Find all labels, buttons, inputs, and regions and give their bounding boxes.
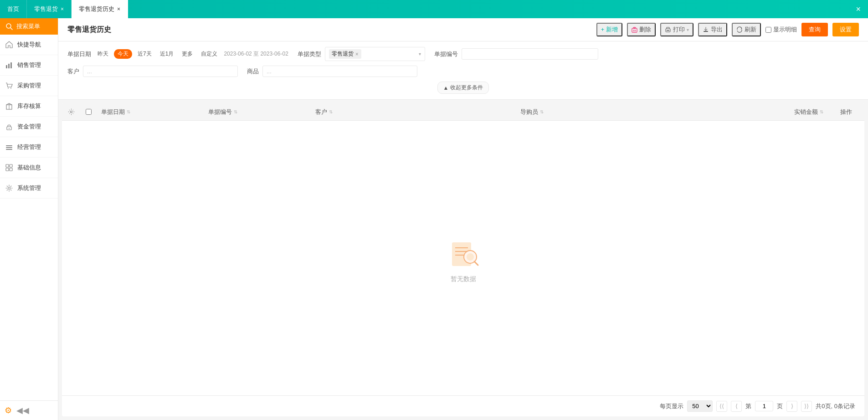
th-op-label: 操作 bbox=[840, 108, 852, 116]
sidebar-item-quick-nav[interactable]: 快捷导航 bbox=[0, 35, 58, 55]
tab-retail-return-close[interactable]: × bbox=[61, 6, 64, 12]
delete-button[interactable]: 删除 bbox=[627, 23, 656, 36]
th-checkbox[interactable] bbox=[80, 109, 97, 115]
doc-type-tag: 零售退货 × bbox=[329, 49, 361, 59]
svg-rect-12 bbox=[6, 147, 12, 148]
next-page-button[interactable]: ⟩ bbox=[786, 401, 797, 412]
collapse-label: 收起更多条件 bbox=[450, 84, 483, 92]
date-btn-7days[interactable]: 近7天 bbox=[135, 49, 154, 59]
page-size-label: 每页显示 bbox=[660, 402, 683, 410]
goods-placeholder: ... bbox=[267, 68, 272, 75]
sidebar-item-inventory-label: 库存核算 bbox=[17, 102, 41, 110]
doc-date-label: 单据日期 bbox=[67, 50, 91, 58]
print-dropdown-arrow: ▾ bbox=[687, 27, 689, 32]
chart-icon bbox=[5, 61, 14, 70]
th-docno[interactable]: 单据编号 ⇅ bbox=[204, 108, 311, 116]
doc-type-dropdown-arrow: ▾ bbox=[419, 51, 421, 56]
th-customer-sort-icon: ⇅ bbox=[329, 109, 333, 114]
customer-select[interactable]: ... bbox=[83, 66, 238, 77]
new-button[interactable]: + 新增 bbox=[596, 23, 622, 36]
tab-retail-return-history[interactable]: 零售退货历史 × bbox=[72, 0, 128, 18]
page-unit: 页 bbox=[777, 402, 783, 410]
delete-label: 删除 bbox=[639, 26, 651, 34]
tab-retail-return-history-close[interactable]: × bbox=[117, 6, 120, 12]
th-amount-label: 实销金额 bbox=[794, 108, 818, 116]
total-info: 共0页, 0条记录 bbox=[816, 402, 855, 410]
date-btn-1month[interactable]: 近1月 bbox=[157, 49, 177, 59]
query-button[interactable]: 查询 bbox=[801, 23, 828, 36]
lock-icon bbox=[5, 122, 14, 131]
goods-select[interactable]: ... bbox=[262, 66, 417, 77]
svg-rect-25 bbox=[704, 31, 708, 32]
grid-icon bbox=[5, 163, 14, 172]
customer-placeholder: ... bbox=[87, 68, 92, 75]
empty-text: 暂无数据 bbox=[451, 275, 476, 283]
tab-home[interactable]: 首页 bbox=[0, 0, 27, 18]
filter-doc-no: 单据编号 bbox=[434, 48, 598, 60]
th-customer[interactable]: 客户 ⇅ bbox=[311, 108, 516, 116]
date-btn-today[interactable]: 今天 bbox=[114, 49, 132, 59]
date-btn-custom[interactable]: 自定义 bbox=[198, 49, 220, 59]
first-page-button[interactable]: ⟨⟨ bbox=[716, 401, 727, 412]
sidebar-item-operation[interactable]: 经营管理 bbox=[0, 137, 58, 158]
svg-rect-19 bbox=[632, 28, 637, 32]
th-guide[interactable]: 导购员 ⇅ bbox=[516, 108, 623, 116]
table-area: 单据日期 ⇅ 单据编号 ⇅ 客户 ⇅ 导购员 ⇅ 实销金额 bbox=[62, 103, 864, 416]
bar-icon bbox=[5, 143, 14, 152]
empty-illustration bbox=[445, 233, 482, 270]
content-area: 零售退货历史 + 新增 删除 打印 ▾ 导出 刷新 bbox=[58, 18, 868, 420]
doc-no-input[interactable] bbox=[462, 48, 598, 60]
settings-bottom-icon[interactable]: ⚙ bbox=[5, 405, 12, 415]
svg-rect-11 bbox=[6, 145, 12, 146]
svg-point-5 bbox=[8, 88, 9, 89]
sidebar-item-inventory[interactable]: 库存核算 bbox=[0, 96, 58, 117]
sidebar-item-basic-label: 基础信息 bbox=[17, 164, 41, 172]
refresh-label: 刷新 bbox=[745, 26, 756, 34]
refresh-button[interactable]: 刷新 bbox=[732, 23, 761, 36]
show-detail-input[interactable] bbox=[765, 27, 771, 33]
sidebar-item-purchase[interactable]: 采购管理 bbox=[0, 76, 58, 96]
collapse-icon: ▲ bbox=[443, 85, 449, 91]
page-size-select[interactable]: 50 10 20 100 bbox=[687, 400, 713, 412]
sidebar-item-finance[interactable]: 资金管理 bbox=[0, 117, 58, 137]
last-page-button[interactable]: ⟩⟩ bbox=[801, 401, 812, 412]
doc-type-tag-close[interactable]: × bbox=[355, 51, 359, 57]
th-settings[interactable] bbox=[62, 108, 80, 115]
collapse-row: ▲ 收起更多条件 bbox=[67, 82, 859, 94]
doc-type-select[interactable]: 零售退货 × ▾ bbox=[325, 47, 425, 61]
print-button[interactable]: 打印 ▾ bbox=[660, 23, 693, 36]
date-btn-more[interactable]: 更多 bbox=[179, 49, 195, 59]
setting-button[interactable]: 设置 bbox=[832, 23, 859, 36]
th-guide-sort-icon: ⇅ bbox=[540, 109, 544, 114]
filter-doc-type: 单据类型 零售退货 × ▾ bbox=[298, 47, 425, 61]
box-icon bbox=[5, 102, 14, 111]
filter-goods: 商品 ... bbox=[247, 66, 417, 77]
audio-icon[interactable]: ◀◀ bbox=[16, 405, 29, 415]
top-bar: 首页 零售退货 × 零售退货历史 × × bbox=[0, 0, 868, 18]
tab-retail-return[interactable]: 零售退货 × bbox=[27, 0, 72, 18]
goods-label: 商品 bbox=[247, 67, 259, 76]
date-btn-yesterday[interactable]: 昨天 bbox=[95, 49, 111, 59]
sidebar-bottom: ⚙ ◀◀ bbox=[0, 400, 58, 420]
filter-doc-date: 单据日期 昨天 今天 近7天 近1月 更多 自定义 2023-06-02 至 2… bbox=[67, 49, 288, 59]
page-number-input[interactable] bbox=[755, 401, 773, 411]
window-close-button[interactable]: × bbox=[856, 5, 861, 14]
sidebar-item-sales[interactable]: 销售管理 bbox=[0, 55, 58, 76]
pagination: 每页显示 50 10 20 100 ⟨⟨ ⟨ 第 页 ⟩ ⟩⟩ 共0页, 0条记… bbox=[62, 395, 864, 416]
sidebar-search[interactable]: 搜索菜单 bbox=[0, 18, 58, 35]
sidebar-item-system[interactable]: 系统管理 bbox=[0, 178, 58, 199]
date-range-display: 2023-06-02 至 2023-06-02 bbox=[224, 50, 288, 58]
svg-rect-14 bbox=[6, 164, 9, 167]
th-date[interactable]: 单据日期 ⇅ bbox=[97, 108, 204, 116]
customer-label: 客户 bbox=[67, 67, 79, 76]
show-detail-checkbox[interactable]: 显示明细 bbox=[765, 26, 797, 34]
collapse-button[interactable]: ▲ 收起更多条件 bbox=[437, 82, 489, 94]
prev-page-button[interactable]: ⟨ bbox=[731, 401, 742, 412]
select-all-checkbox[interactable] bbox=[86, 109, 92, 115]
svg-rect-15 bbox=[10, 164, 12, 167]
th-date-sort-icon: ⇅ bbox=[127, 109, 130, 114]
th-docno-label: 单据编号 bbox=[208, 108, 232, 116]
sidebar-item-basic[interactable]: 基础信息 bbox=[0, 158, 58, 178]
th-amount[interactable]: 实销金额 ⇅ bbox=[721, 108, 828, 116]
export-button[interactable]: 导出 bbox=[698, 23, 727, 36]
